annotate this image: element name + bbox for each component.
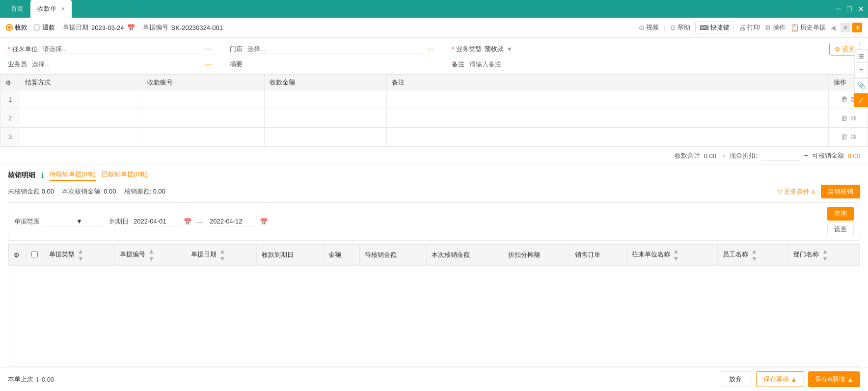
abstract-input[interactable] bbox=[245, 59, 436, 69]
calendar-icon[interactable]: 📅 bbox=[127, 24, 135, 31]
layout-list-icon[interactable]: ≡ bbox=[841, 23, 850, 32]
remark-cell[interactable] bbox=[387, 90, 829, 109]
available-value: 0.00 bbox=[848, 152, 860, 160]
bt-col-setting[interactable]: ⚙ bbox=[9, 245, 27, 266]
bt-col-counterpart: 往来单位名称 ▲▼ bbox=[626, 245, 718, 266]
delete-row-icon[interactable]: 🗑 bbox=[841, 133, 848, 141]
due-start-input[interactable] bbox=[132, 217, 181, 226]
cal-start-icon[interactable]: 📅 bbox=[184, 218, 191, 225]
more-conditions-btn[interactable]: ▽ 更多条件 ∧ bbox=[778, 187, 816, 196]
print-icon: 🖨 bbox=[739, 24, 746, 31]
ops-action[interactable]: ⚙ 操作 bbox=[765, 23, 786, 32]
staff-label: 业务员 bbox=[8, 60, 27, 69]
account-cell[interactable] bbox=[142, 90, 265, 109]
remark-cell[interactable] bbox=[387, 109, 829, 128]
radio-refund-circle bbox=[33, 24, 40, 31]
sidebar-table-icon[interactable]: ⊞ bbox=[854, 49, 868, 63]
account-cell[interactable] bbox=[142, 109, 265, 128]
draft-btn[interactable]: 保存草稿 ▲ bbox=[756, 371, 805, 387]
bt-col-check[interactable] bbox=[27, 245, 44, 266]
auto-nuclear-btn[interactable]: 自动核销 bbox=[821, 185, 860, 198]
settle-cell[interactable] bbox=[20, 109, 142, 128]
remark-cell[interactable] bbox=[387, 128, 829, 146]
delete-row-icon[interactable]: 🗑 bbox=[841, 114, 848, 122]
number-value: SK-20230324-001 bbox=[171, 24, 223, 31]
sidebar-attach-icon[interactable]: 📎 bbox=[854, 79, 868, 92]
history-icon: 📋 bbox=[790, 24, 799, 31]
due-end-input[interactable] bbox=[208, 217, 257, 226]
shortcut-label: 快捷键 bbox=[710, 23, 730, 32]
copy-row-icon[interactable]: ⧉ bbox=[851, 114, 856, 122]
amount-cell[interactable] bbox=[265, 90, 387, 109]
settle-cell[interactable] bbox=[20, 90, 142, 109]
sidebar-list-icon[interactable]: ≡ bbox=[854, 64, 868, 78]
window-max-icon[interactable]: □ bbox=[847, 4, 852, 14]
col-setting-header[interactable]: ⚙ bbox=[0, 75, 20, 90]
col-action-label: 操作 bbox=[834, 79, 846, 86]
settle-cell[interactable] bbox=[20, 128, 142, 146]
gear-icon: ⚙ bbox=[835, 46, 841, 53]
amount-cell[interactable] bbox=[265, 109, 387, 128]
tab-close-icon[interactable]: × bbox=[61, 5, 65, 12]
tab-receipt[interactable]: 收款单 × bbox=[30, 0, 72, 18]
amount-cell[interactable] bbox=[265, 128, 387, 146]
sidebar-expand-icon[interactable]: ⤢ bbox=[854, 93, 868, 107]
delete-row-icon[interactable]: 🗑 bbox=[841, 95, 848, 104]
bt-check-all[interactable] bbox=[31, 251, 38, 257]
info-icon-footer[interactable]: ℹ bbox=[36, 376, 39, 383]
staff-field: 业务员 ··· bbox=[8, 59, 214, 69]
discount-input[interactable] bbox=[761, 151, 800, 161]
filter-icon: ▽ bbox=[778, 188, 783, 196]
radio-receipt[interactable]: 收款 bbox=[6, 23, 27, 32]
store-input[interactable] bbox=[245, 44, 423, 54]
shortcut-btn[interactable]: ⌨ 快捷键 bbox=[695, 22, 734, 33]
video-action[interactable]: ⊙ 视频 bbox=[639, 23, 659, 32]
window-close-icon[interactable]: ✕ bbox=[858, 4, 864, 14]
bt-col-pending: 待核销金额 bbox=[360, 245, 427, 266]
history-action[interactable]: 📋 历史单据 bbox=[790, 23, 826, 32]
window-min-icon[interactable]: ─ bbox=[836, 4, 841, 14]
staff-input[interactable] bbox=[30, 59, 201, 69]
nuclear-info-icon[interactable]: ℹ bbox=[41, 171, 44, 179]
remark-input[interactable] bbox=[467, 59, 860, 69]
total-value: 0.00 bbox=[704, 152, 716, 160]
layout-grid-icon[interactable]: ⊞ bbox=[852, 23, 862, 32]
print-action[interactable]: 🖨 打印 bbox=[739, 23, 760, 32]
cal-end-icon[interactable]: 📅 bbox=[260, 218, 268, 225]
date-label: 单据日期 bbox=[63, 23, 88, 32]
help-label: 帮助 bbox=[678, 23, 690, 32]
nuclear-title: 核销明细 bbox=[8, 171, 35, 180]
bottom-table-wrap: ⚙ 单据类型 ▲▼ 单据编号 ▲▼ bbox=[8, 244, 860, 367]
query-btn[interactable]: 查询 bbox=[827, 207, 854, 221]
biz-type-value: 预收款 bbox=[485, 45, 504, 54]
abandon-btn[interactable]: 放弃 bbox=[719, 371, 752, 387]
radio-receipt-label: 收款 bbox=[15, 23, 27, 32]
filter-settings-btn[interactable]: 设置 bbox=[827, 223, 854, 236]
store-field: 门店 ··· bbox=[230, 44, 436, 54]
account-cell[interactable] bbox=[142, 128, 265, 146]
tab-home[interactable]: 首页 bbox=[4, 0, 30, 18]
receipt-table: ⚙ 结算方式 收款账号 收款金额 备注 操作 bbox=[0, 75, 868, 146]
radio-refund[interactable]: 退款 bbox=[33, 23, 55, 32]
filter-row: 单据范围 ▼ 到期日 📅 — 📅 查询 设置 bbox=[8, 202, 860, 241]
counterpart-more-btn[interactable]: ··· bbox=[204, 45, 214, 54]
nav-prev-icon[interactable]: ◀ bbox=[831, 24, 836, 31]
nuclear-tab-done[interactable]: 已核销单据(0笔) bbox=[102, 170, 148, 181]
tab-bar-right: ─ □ ✕ bbox=[836, 4, 864, 14]
save-new-btn[interactable]: 保存&新增 ▲ bbox=[808, 371, 860, 387]
bt-col-doc-num: 单据编号 ▲▼ bbox=[115, 245, 186, 266]
biz-type-select[interactable]: 预收款 ▼ bbox=[485, 45, 826, 54]
staff-more-btn[interactable]: ··· bbox=[204, 60, 214, 69]
range-select[interactable]: ▼ bbox=[43, 217, 102, 226]
draft-chevron-icon: ▲ bbox=[791, 376, 797, 383]
equals-sign: = bbox=[804, 152, 808, 160]
counterpart-input[interactable] bbox=[41, 44, 201, 54]
video-icon: ⊙ bbox=[639, 24, 645, 31]
nuclear-tab-pending[interactable]: 待核销单据(0笔) bbox=[50, 170, 96, 181]
bt-col-doc-type: 单据类型 ▲▼ bbox=[44, 245, 115, 266]
help-action[interactable]: ⊙ 帮助 bbox=[670, 23, 690, 32]
store-more-btn[interactable]: ··· bbox=[426, 45, 436, 54]
biz-type-label: 业务类型 bbox=[452, 45, 482, 54]
save-new-chevron-icon: ▲ bbox=[847, 376, 853, 383]
copy-row-icon[interactable]: ⧉ bbox=[851, 133, 856, 141]
